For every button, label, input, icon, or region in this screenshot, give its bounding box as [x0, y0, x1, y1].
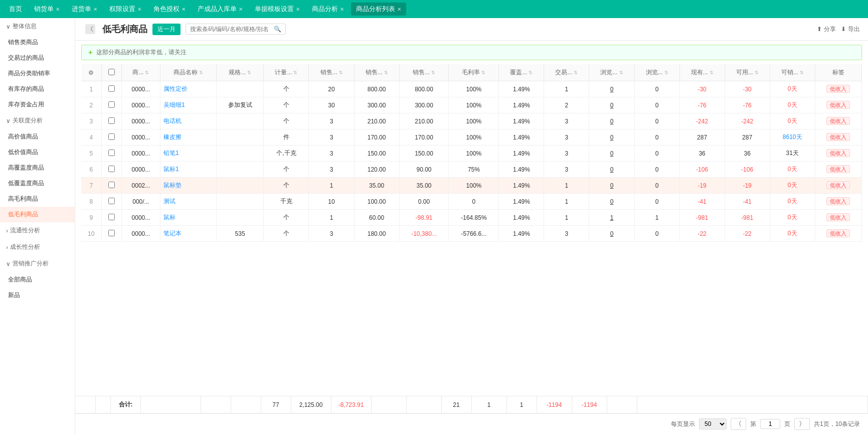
cell-checkbox-0[interactable]	[101, 81, 121, 97]
th-sales-amount[interactable]: 销售...⇅	[354, 64, 399, 81]
cell-views1-4[interactable]: 0	[589, 146, 634, 162]
nav-template-settings[interactable]: 单据模板设置 ✕	[250, 3, 305, 16]
sidebar-item-traded-goods[interactable]: 交易过的商品	[0, 50, 75, 66]
sidebar-item-high-margin[interactable]: 高毛利商品	[0, 191, 75, 207]
cell-gross-margin-3: 100%	[449, 129, 499, 146]
cell-name-0[interactable]: 属性定价	[160, 81, 217, 97]
sidebar-group-marketing[interactable]: ∨ 营销推广分析	[0, 255, 75, 272]
cell-num-2: 3	[81, 113, 101, 129]
th-coverage[interactable]: 覆盖...⇅	[499, 64, 544, 81]
nav-purchase[interactable]: 进货单 ✕	[67, 3, 102, 16]
sidebar-group-circulation[interactable]: › 流通性分析	[0, 222, 75, 239]
sidebar-item-low-margin[interactable]: 低毛利商品	[0, 207, 75, 222]
cell-checkbox-9[interactable]	[101, 226, 121, 242]
cell-views1-3[interactable]: 0	[589, 129, 634, 146]
cell-name-5[interactable]: 鼠标1	[160, 162, 217, 178]
th-unit[interactable]: 计量...⇅	[264, 64, 309, 81]
cell-name-1[interactable]: 吴细细1	[160, 97, 217, 113]
nav-product-analysis[interactable]: 商品分析 ✕	[307, 3, 349, 16]
cell-views1-8[interactable]: 1	[589, 210, 634, 226]
cell-views1-1[interactable]: 0	[589, 97, 634, 113]
nav-product-analysis-close[interactable]: ✕	[340, 7, 344, 12]
cell-checkbox-7[interactable]	[101, 194, 121, 210]
page-number-input[interactable]	[760, 419, 780, 429]
th-views2[interactable]: 浏览...⇅	[634, 64, 679, 81]
next-page-btn[interactable]: 〉	[794, 418, 810, 430]
th-available[interactable]: 可用...⇅	[725, 64, 770, 81]
sidebar-item-high-value[interactable]: 高价值商品	[0, 129, 75, 144]
sidebar-item-category-rate[interactable]: 商品分类助销率	[0, 66, 75, 81]
cell-name-4[interactable]: 铅笔1	[160, 146, 217, 162]
cell-checkbox-1[interactable]	[101, 97, 121, 113]
th-transaction[interactable]: 交易...⇅	[544, 64, 589, 81]
sidebar-group-growth[interactable]: › 成长性分析	[0, 239, 75, 255]
cell-current-stock-6: -19	[679, 178, 725, 194]
sidebar-item-sales-goods[interactable]: 销售类商品	[0, 35, 75, 50]
cell-checkbox-2[interactable]	[101, 113, 121, 129]
th-sales-qty[interactable]: 销售...⇅	[309, 64, 354, 81]
th-sellable[interactable]: 可销...⇅	[770, 64, 815, 81]
page-size-select[interactable]: 50 20 100	[699, 418, 727, 429]
prev-page-btn[interactable]: 〈	[731, 418, 746, 430]
nav-purchase-close[interactable]: ✕	[93, 7, 97, 12]
sidebar-item-high-coverage[interactable]: 高覆盖度商品	[0, 160, 75, 176]
nav-sales[interactable]: 销货单 ✕	[29, 3, 65, 16]
cell-name-8[interactable]: 鼠标	[160, 210, 217, 226]
th-name[interactable]: 商品名称⇅	[160, 64, 217, 81]
cell-name-9[interactable]: 笔记本	[160, 226, 217, 242]
cell-name-2[interactable]: 电话机	[160, 113, 217, 129]
th-sales-profit[interactable]: 销售...⇅	[399, 64, 449, 81]
nav-analysis-list-close[interactable]: ✕	[397, 7, 401, 12]
cell-name-7[interactable]: 测试	[160, 194, 217, 210]
th-current-stock[interactable]: 现有...⇅	[679, 64, 725, 81]
sidebar-item-new-products[interactable]: 新品	[0, 287, 75, 303]
nav-permissions[interactable]: 权限设置 ✕	[104, 3, 146, 16]
cell-coverage-3: 1.49%	[499, 129, 544, 146]
total-empty-6	[371, 396, 406, 413]
cell-views1-9[interactable]: 0	[589, 226, 634, 242]
cell-checkbox-3[interactable]	[101, 129, 121, 146]
cell-checkbox-5[interactable]	[101, 162, 121, 178]
nav-permissions-close[interactable]: ✕	[137, 7, 141, 12]
nav-product-entry-close[interactable]: ✕	[239, 7, 243, 12]
nav-template-settings-close[interactable]: ✕	[296, 7, 300, 12]
sidebar-item-in-stock[interactable]: 有库存的商品	[0, 81, 75, 97]
export-btn[interactable]: ⬇ 导出	[841, 25, 860, 34]
sidebar-group-correlation[interactable]: ∨ 关联度分析	[0, 112, 75, 129]
th-gross-margin[interactable]: 毛利率⇅	[449, 64, 499, 81]
cell-sales-profit-3: 170.00	[399, 129, 449, 146]
cell-checkbox-6[interactable]	[101, 178, 121, 194]
cell-views1-2[interactable]: 0	[589, 113, 634, 129]
share-btn[interactable]: ⬆ 分享	[817, 25, 836, 34]
search-input[interactable]	[190, 26, 271, 33]
sidebar-item-all-goods[interactable]: 全部商品	[0, 272, 75, 287]
cell-code-6: 0002...	[121, 178, 160, 194]
cell-checkbox-4[interactable]	[101, 146, 121, 162]
select-all-checkbox[interactable]	[108, 69, 115, 75]
th-code[interactable]: 商...⇅	[121, 64, 160, 81]
search-icon[interactable]: 🔍	[274, 26, 281, 33]
sidebar-item-low-coverage[interactable]: 低覆盖度商品	[0, 176, 75, 191]
sidebar-item-inventory-capital[interactable]: 库存资金占用	[0, 97, 75, 112]
nav-role-auth[interactable]: 角色授权 ✕	[148, 3, 191, 16]
cell-views1-5[interactable]: 0	[589, 162, 634, 178]
nav-sales-close[interactable]: ✕	[56, 7, 60, 12]
nav-product-entry[interactable]: 产成品入库单 ✕	[193, 3, 248, 16]
th-spec[interactable]: 规格...⇅	[216, 64, 264, 81]
time-filter-btn[interactable]: 近一月	[152, 24, 181, 35]
nav-analysis-list[interactable]: 商品分析列表 ✕	[351, 3, 406, 16]
sidebar-item-low-value[interactable]: 低价值商品	[0, 144, 75, 160]
cell-views1-7[interactable]: 0	[589, 194, 634, 210]
sidebar-group-overall[interactable]: ∨ 整体信息	[0, 18, 75, 35]
sidebar-collapse-btn[interactable]: 《	[85, 24, 95, 34]
th-settings[interactable]: ⚙	[81, 64, 101, 81]
th-views1[interactable]: 浏览...⇅	[589, 64, 634, 81]
cell-checkbox-8[interactable]	[101, 210, 121, 226]
cell-views1-6[interactable]: 0	[589, 178, 634, 194]
cell-spec-3	[216, 129, 264, 146]
nav-home[interactable]: 首页	[4, 3, 27, 16]
cell-views1-0[interactable]: 0	[589, 81, 634, 97]
cell-name-6[interactable]: 鼠标垫	[160, 178, 217, 194]
nav-role-auth-close[interactable]: ✕	[182, 7, 186, 12]
cell-name-3[interactable]: 橡皮擦	[160, 129, 217, 146]
